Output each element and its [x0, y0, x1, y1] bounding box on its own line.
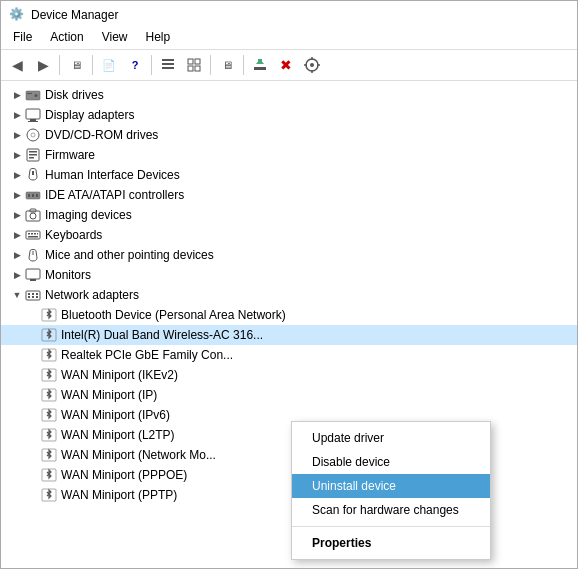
list-item[interactable]: WAN Miniport (IKEv2) [1, 365, 577, 385]
imaging-icon [25, 207, 41, 223]
list-item[interactable]: ▶ Display adapters [1, 105, 577, 125]
hid-label: Human Interface Devices [45, 168, 180, 182]
svg-rect-5 [188, 66, 193, 71]
svg-rect-27 [29, 157, 34, 159]
list-item[interactable]: ▶ Keyboards [1, 225, 577, 245]
wan-netmon-label: WAN Miniport (Network Mo... [61, 448, 216, 462]
svg-rect-21 [28, 121, 38, 122]
list-item[interactable]: ▶ Mice and other pointing devices [1, 245, 577, 265]
expand-placeholder [25, 467, 41, 483]
context-scan-hardware[interactable]: Scan for hardware changes [292, 498, 490, 522]
view2-button[interactable] [182, 53, 206, 77]
expand-mice[interactable]: ▶ [9, 247, 25, 263]
separator [151, 55, 152, 75]
expand-dvd[interactable]: ▶ [9, 127, 25, 143]
separator [243, 55, 244, 75]
expand-keyboards[interactable]: ▶ [9, 227, 25, 243]
wan-l2tp-label: WAN Miniport (L2TP) [61, 428, 175, 442]
expand-disk[interactable]: ▶ [9, 87, 25, 103]
keyboards-label: Keyboards [45, 228, 102, 242]
ide-icon [25, 187, 41, 203]
dvd-drives-icon [25, 127, 41, 143]
keyboards-icon [25, 227, 41, 243]
properties-button[interactable]: 📄 [97, 53, 121, 77]
install-button[interactable] [248, 53, 272, 77]
menu-help[interactable]: Help [138, 27, 179, 47]
menu-view[interactable]: View [94, 27, 136, 47]
menu-file[interactable]: File [5, 27, 40, 47]
svg-rect-42 [30, 236, 36, 238]
realtek-label: Realtek PCIe GbE Family Con... [61, 348, 233, 362]
context-uninstall-device[interactable]: Uninstall device [292, 474, 490, 498]
uninstall-button[interactable]: ✖ [274, 53, 298, 77]
help-button[interactable]: ? [123, 53, 147, 77]
list-item[interactable]: Realtek PCIe GbE Family Con... [1, 345, 577, 365]
firmware-label: Firmware [45, 148, 95, 162]
context-properties[interactable]: Properties [292, 531, 490, 555]
list-item[interactable]: ▶ DVD/CD-ROM drives [1, 125, 577, 145]
forward-button[interactable]: ▶ [31, 53, 55, 77]
expand-monitors[interactable]: ▶ [9, 267, 25, 283]
list-item[interactable]: ▶ Monitors [1, 265, 577, 285]
svg-rect-2 [162, 67, 174, 69]
firmware-icon [25, 147, 41, 163]
list-item[interactable]: WAN Miniport (IP) [1, 385, 577, 405]
svg-rect-49 [28, 296, 30, 298]
network-adapters-label: Network adapters [45, 288, 139, 302]
context-menu-separator [292, 526, 490, 527]
expand-imaging[interactable]: ▶ [9, 207, 25, 223]
list-item[interactable]: ▶ Firmware [1, 145, 577, 165]
wan-ip-icon [41, 387, 57, 403]
svg-rect-40 [37, 233, 38, 235]
menu-action[interactable]: Action [42, 27, 91, 47]
disk-drives-label: Disk drives [45, 88, 104, 102]
svg-rect-9 [258, 59, 262, 64]
svg-rect-1 [162, 63, 174, 65]
back-button[interactable]: ◀ [5, 53, 29, 77]
svg-rect-31 [32, 194, 34, 197]
svg-rect-38 [31, 233, 33, 235]
separator [92, 55, 93, 75]
list-item[interactable]: Bluetooth Device (Personal Area Network) [1, 305, 577, 325]
content-area: ▶ Disk drives ▶ Display adapters ▶ [1, 81, 577, 568]
expand-ide[interactable]: ▶ [9, 187, 25, 203]
expand-display[interactable]: ▶ [9, 107, 25, 123]
list-item[interactable]: ▶ Imaging devices [1, 205, 577, 225]
svg-rect-43 [36, 236, 38, 238]
svg-rect-52 [36, 293, 38, 295]
list-item[interactable]: ▶ Human Interface Devices [1, 165, 577, 185]
disk-drives-icon [25, 87, 41, 103]
wan-ikev2-label: WAN Miniport (IKEv2) [61, 368, 178, 382]
computer-button[interactable]: 🖥 [64, 53, 88, 77]
scan-button[interactable] [300, 53, 324, 77]
expand-hid[interactable]: ▶ [9, 167, 25, 183]
context-disable-device[interactable]: Disable device [292, 450, 490, 474]
expand-placeholder [25, 387, 41, 403]
wan-ip-label: WAN Miniport (IP) [61, 388, 157, 402]
svg-point-34 [30, 213, 36, 219]
dvd-drives-label: DVD/CD-ROM drives [45, 128, 158, 142]
list-item[interactable]: ▶ Disk drives [1, 85, 577, 105]
view1-button[interactable] [156, 53, 180, 77]
list-item[interactable]: ▼ Network adapters [1, 285, 577, 305]
list-item[interactable]: Intel(R) Dual Band Wireless-AC 316... [1, 325, 577, 345]
svg-point-11 [310, 63, 314, 67]
intel-wireless-label: Intel(R) Dual Band Wireless-AC 316... [61, 328, 263, 342]
svg-rect-53 [36, 296, 38, 298]
svg-rect-47 [26, 291, 40, 300]
context-update-driver[interactable]: Update driver [292, 426, 490, 450]
svg-rect-30 [28, 194, 30, 197]
expand-firmware[interactable]: ▶ [9, 147, 25, 163]
monitor-button[interactable]: 🖥 [215, 53, 239, 77]
svg-rect-25 [29, 151, 37, 153]
list-item[interactable]: ▶ IDE ATA/ATAPI controllers [1, 185, 577, 205]
wan-pptp-label: WAN Miniport (PPTP) [61, 488, 177, 502]
svg-rect-28 [32, 171, 34, 175]
wan-pppoe-icon [41, 467, 57, 483]
bluetooth-icon [41, 307, 57, 323]
svg-rect-51 [32, 296, 34, 298]
svg-rect-26 [29, 154, 37, 156]
expand-network[interactable]: ▼ [9, 287, 25, 303]
wan-l2tp-icon [41, 427, 57, 443]
wan-pptp-icon [41, 487, 57, 503]
